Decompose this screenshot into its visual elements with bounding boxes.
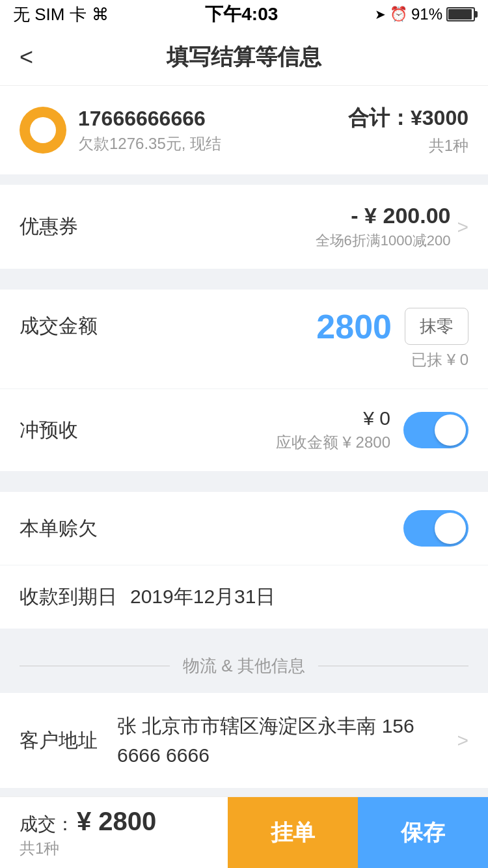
prepay-card: 冲预收 ¥ 0 应收金额 ¥ 2800 bbox=[0, 389, 488, 471]
total-amount: 合计：¥3000 bbox=[348, 104, 468, 133]
toggle-knob bbox=[435, 414, 466, 446]
logistics-divider: 物流 & 其他信息 bbox=[0, 639, 488, 693]
customer-sub: 欠款1276.35元, 现结 bbox=[78, 133, 221, 154]
amount-card: 成交金额 2800 抹零 已抹 ¥ 0 bbox=[0, 290, 488, 388]
prepay-label: 冲预收 bbox=[20, 417, 78, 444]
duedate-label: 收款到期日 bbox=[20, 584, 117, 610]
section-separator-1 bbox=[0, 279, 488, 290]
page-title: 填写结算等信息 bbox=[167, 42, 321, 72]
amount-value: 2800 bbox=[316, 310, 392, 344]
battery-icon bbox=[446, 7, 475, 21]
header: < 填写结算等信息 bbox=[0, 29, 488, 86]
bottom-bar: 成交： ¥ 2800 共1种 挂单 保存 bbox=[0, 796, 488, 868]
hold-button[interactable]: 挂单 bbox=[228, 797, 358, 869]
time-display: 下午4:03 bbox=[205, 2, 278, 27]
bottom-summary: 成交： ¥ 2800 共1种 bbox=[0, 807, 228, 859]
avatar bbox=[20, 107, 66, 154]
coupon-discount: - ¥ 200.00 bbox=[316, 203, 451, 228]
bottom-deal-amount: ¥ 2800 bbox=[77, 807, 156, 836]
address-value: 张 北京市市辖区海淀区永丰南 156 6666 6666 bbox=[117, 711, 450, 770]
total-count: 共1种 bbox=[348, 135, 468, 156]
address-label: 客户地址 bbox=[20, 727, 98, 754]
prepay-toggle[interactable] bbox=[403, 412, 468, 448]
customer-card: 17666666666 欠款1276.35元, 现结 合计：¥3000 共1种 bbox=[0, 86, 488, 174]
amount-label: 成交金额 bbox=[20, 313, 98, 340]
bottom-deal-label: 成交： bbox=[20, 812, 74, 837]
debt-card: 本单赊欠 bbox=[0, 492, 488, 565]
status-right: ➤ ⏰ 91% bbox=[375, 5, 475, 23]
duedate-value: 2019年12月31日 bbox=[130, 584, 275, 610]
customer-phone: 17666666666 bbox=[78, 107, 221, 131]
save-button[interactable]: 保存 bbox=[358, 797, 488, 869]
round-button[interactable]: 抹零 bbox=[405, 308, 468, 345]
wifi-icon: ⌘ bbox=[92, 5, 109, 25]
coupon-sub: 全场6折满1000减200 bbox=[316, 231, 451, 251]
coupon-right: - ¥ 200.00 全场6折满1000减200 > bbox=[316, 203, 468, 251]
customer-total: 合计：¥3000 共1种 bbox=[348, 104, 468, 156]
logistics-line-left bbox=[20, 666, 170, 666]
carrier-text: 无 SIM 卡 bbox=[13, 3, 87, 26]
avatar-icon bbox=[30, 117, 56, 143]
debt-toggle[interactable] bbox=[403, 510, 468, 547]
duedate-card: 收款到期日 2019年12月31日 bbox=[0, 565, 488, 629]
address-chevron-icon: > bbox=[457, 729, 468, 752]
amount-sub: 已抹 ¥ 0 bbox=[411, 351, 468, 368]
status-bar: 无 SIM 卡 ⌘ 下午4:03 ➤ ⏰ 91% bbox=[0, 0, 488, 29]
bottom-count: 共1种 bbox=[20, 838, 208, 859]
debt-toggle-knob bbox=[435, 513, 466, 544]
prepay-sub: 应收金额 ¥ 2800 bbox=[276, 432, 390, 453]
back-button[interactable]: < bbox=[20, 44, 33, 71]
location-icon: ➤ bbox=[375, 7, 386, 22]
battery-text: 91% bbox=[411, 5, 442, 23]
coupon-row[interactable]: 优惠券 - ¥ 200.00 全场6折满1000减200 > bbox=[0, 185, 488, 269]
prepay-value: ¥ 0 bbox=[276, 407, 390, 429]
coupon-label: 优惠券 bbox=[20, 213, 78, 240]
status-left: 无 SIM 卡 ⌘ bbox=[13, 3, 109, 26]
logistics-line-right bbox=[318, 666, 468, 666]
coupon-chevron-icon: > bbox=[457, 216, 468, 238]
section-separator-2 bbox=[0, 471, 488, 481]
alarm-icon: ⏰ bbox=[390, 6, 407, 23]
debt-label: 本单赊欠 bbox=[20, 515, 98, 542]
logistics-text: 物流 & 其他信息 bbox=[183, 655, 305, 677]
address-card[interactable]: 客户地址 张 北京市市辖区海淀区永丰南 156 6666 6666 > bbox=[0, 693, 488, 788]
customer-info: 17666666666 欠款1276.35元, 现结 bbox=[78, 107, 221, 154]
